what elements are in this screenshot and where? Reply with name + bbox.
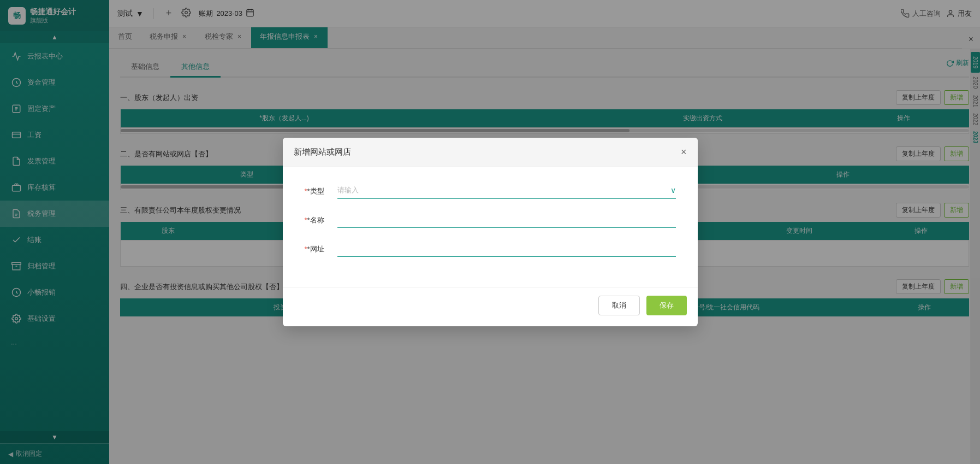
field-name-wrap — [337, 213, 676, 228]
modal-add-website: 新增网站或网店 × **类型 ∨ **名称 — [283, 138, 698, 326]
cancel-button[interactable]: 取消 — [598, 296, 640, 315]
modal-header: 新增网站或网店 × — [283, 138, 698, 167]
field-name-label: **名称 — [305, 215, 337, 225]
form-row-name: **名称 — [305, 213, 676, 228]
save-button[interactable]: 保存 — [646, 296, 687, 315]
field-type-wrap: ∨ — [337, 184, 676, 199]
modal-overlay[interactable]: 新增网站或网店 × **类型 ∨ **名称 — [0, 0, 980, 464]
dropdown-arrow-icon[interactable]: ∨ — [670, 186, 676, 195]
form-row-type: **类型 ∨ — [305, 184, 676, 199]
field-type-input[interactable] — [337, 184, 670, 196]
modal-close-button[interactable]: × — [681, 146, 687, 158]
field-url-wrap — [337, 242, 676, 257]
field-url-label: **网址 — [305, 244, 337, 254]
modal-body: **类型 ∨ **名称 **网址 — [283, 167, 698, 287]
field-url-input[interactable] — [337, 242, 676, 254]
field-name-input[interactable] — [337, 213, 676, 225]
form-row-url: **网址 — [305, 242, 676, 257]
modal-footer: 取消 保存 — [283, 287, 698, 326]
field-type-label: **类型 — [305, 186, 337, 196]
modal-title: 新增网站或网店 — [294, 147, 351, 157]
